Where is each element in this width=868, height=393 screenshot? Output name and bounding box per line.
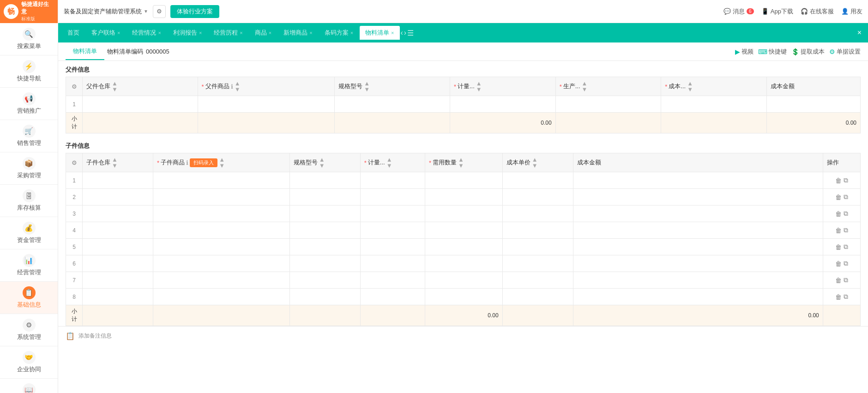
child-product-cell[interactable] <box>153 222 290 239</box>
delete-row-button[interactable]: 🗑 <box>835 210 842 218</box>
child-unit-cell[interactable] <box>360 272 425 289</box>
child-product-cell[interactable] <box>153 255 290 272</box>
child-quantity-cell[interactable] <box>425 189 503 206</box>
parent-warehouse-cell[interactable] <box>83 96 198 113</box>
copy-row-button[interactable]: ⧉ <box>844 260 848 267</box>
sidebar-item-search[interactable]: 🔍 搜索菜单 <box>0 23 58 55</box>
tab-goods[interactable]: 商品 × <box>249 26 277 40</box>
child-product-cell[interactable] <box>153 239 290 255</box>
tab-close-bom[interactable]: × <box>391 30 394 36</box>
copy-row-button[interactable]: ⧉ <box>844 210 848 218</box>
child-unit-cell[interactable] <box>360 189 425 206</box>
child-unit-cost-cell[interactable] <box>502 222 573 239</box>
child-warehouse-cell[interactable] <box>83 289 153 305</box>
sidebar-item-quicknav[interactable]: ⚡ 快捷导航 <box>0 55 58 88</box>
scan-button[interactable]: 扫码录入 <box>190 158 217 167</box>
child-quantity-cell[interactable] <box>425 206 503 222</box>
child-spec-cell[interactable] <box>289 272 360 289</box>
child-unit-cell[interactable] <box>360 222 425 239</box>
child-quantity-cell[interactable] <box>425 289 503 305</box>
child-warehouse-cell[interactable] <box>83 272 153 289</box>
child-unit-cost-cell[interactable] <box>502 189 573 206</box>
copy-row-button[interactable]: ⧉ <box>844 276 848 284</box>
child-spec-cell[interactable] <box>289 239 360 255</box>
parent-col-settings[interactable]: ⚙ <box>66 77 83 96</box>
child-unit-cost-cell[interactable] <box>502 255 573 272</box>
tab-operations[interactable]: 经营情况 × <box>127 26 166 40</box>
child-spec-cell[interactable] <box>289 255 360 272</box>
tab-new-goods[interactable]: 新增商品 × <box>278 26 318 40</box>
child-unit-cost-cell[interactable] <box>502 239 573 255</box>
system-selector[interactable]: 装备及固定资产辅助管理系统 ▼ <box>64 7 148 16</box>
child-unit-cost-cell[interactable] <box>502 172 573 189</box>
child-col-settings[interactable]: ⚙ <box>66 153 83 172</box>
tab-close-goods[interactable]: × <box>269 30 271 36</box>
child-unit-cell[interactable] <box>360 172 425 189</box>
sidebar-item-marketing[interactable]: 📢 营销推广 <box>0 88 58 120</box>
parent-production-cell[interactable] <box>555 96 661 113</box>
child-warehouse-cell[interactable] <box>83 239 153 255</box>
child-warehouse-cell[interactable] <box>83 222 153 239</box>
child-unit-cost-cell[interactable] <box>502 206 573 222</box>
child-warehouse-cell[interactable] <box>83 189 153 206</box>
document-settings-button[interactable]: ⚙ 单据设置 <box>829 48 861 56</box>
delete-row-button[interactable]: 🗑 <box>835 243 842 251</box>
delete-row-button[interactable]: 🗑 <box>835 277 842 284</box>
shortcut-button[interactable]: ⌨ 快捷键 <box>758 48 787 56</box>
extract-cost-button[interactable]: 💲 提取成本 <box>791 48 825 56</box>
child-product-cell[interactable] <box>153 189 290 206</box>
copy-row-button[interactable]: ⧉ <box>844 193 848 201</box>
child-unit-cell[interactable] <box>360 289 425 305</box>
view-video-button[interactable]: ▶ 视频 <box>735 48 753 56</box>
child-spec-cell[interactable] <box>289 189 360 206</box>
parent-cost-cell[interactable] <box>661 96 767 113</box>
tab-close-history[interactable]: × <box>240 30 242 36</box>
copy-row-button[interactable]: ⧉ <box>844 293 848 301</box>
tab-close-profit[interactable]: × <box>199 30 202 36</box>
parent-product-cell[interactable] <box>198 96 335 113</box>
sidebar-item-sales[interactable]: 🛒 销售管理 <box>0 120 58 152</box>
copy-row-button[interactable]: ⧉ <box>844 226 848 234</box>
parent-spec-cell[interactable] <box>335 96 450 113</box>
tab-history[interactable]: 经营历程 × <box>208 26 248 40</box>
sidebar-item-operations[interactable]: 📊 经营管理 <box>0 249 58 282</box>
copy-row-button[interactable]: ⧉ <box>844 176 848 184</box>
child-product-cell[interactable] <box>153 172 290 189</box>
parent-unit-cell[interactable] <box>450 96 555 113</box>
user-menu[interactable]: 👤 用友 <box>841 7 862 16</box>
trial-button[interactable]: 体验行业方案 <box>170 5 219 18</box>
sidebar-item-basic[interactable]: 📋 基础信息 <box>0 282 58 314</box>
child-quantity-cell[interactable] <box>425 272 503 289</box>
messages-button[interactable]: 💬 消息 6 <box>723 7 754 16</box>
sidebar-item-finance[interactable]: 💰 资金管理 <box>0 217 58 249</box>
child-product-cell[interactable] <box>153 206 290 222</box>
delete-row-button[interactable]: 🗑 <box>835 193 842 201</box>
child-spec-cell[interactable] <box>289 289 360 305</box>
child-spec-cell[interactable] <box>289 206 360 222</box>
child-product-cell[interactable] <box>153 272 290 289</box>
child-spec-cell[interactable] <box>289 222 360 239</box>
add-note-text[interactable]: 添加备注信息 <box>78 332 112 340</box>
tab-home[interactable]: 首页 <box>62 26 85 40</box>
sidebar-item-inventory[interactable]: 🗄 库存核算 <box>0 185 58 217</box>
tab-prev-icon[interactable]: ‹ <box>401 29 403 37</box>
child-spec-cell[interactable] <box>289 172 360 189</box>
delete-row-button[interactable]: 🗑 <box>835 260 842 267</box>
child-quantity-cell[interactable] <box>425 172 503 189</box>
sidebar-item-collab[interactable]: 🤝 企业协同 <box>0 346 58 379</box>
child-quantity-cell[interactable] <box>425 239 503 255</box>
delete-row-button[interactable]: 🗑 <box>835 177 842 184</box>
child-warehouse-cell[interactable] <box>83 255 153 272</box>
app-download-button[interactable]: 📱 App下载 <box>761 7 793 16</box>
delete-row-button[interactable]: 🗑 <box>835 227 842 234</box>
child-quantity-cell[interactable] <box>425 222 503 239</box>
tab-menu-icon[interactable]: ☰ <box>407 29 414 37</box>
child-warehouse-cell[interactable] <box>83 206 153 222</box>
child-unit-cost-cell[interactable] <box>502 272 573 289</box>
tab-profit[interactable]: 利润报告 × <box>168 26 207 40</box>
child-unit-cell[interactable] <box>360 239 425 255</box>
delete-row-button[interactable]: 🗑 <box>835 293 842 301</box>
tab-barcode[interactable]: 条码方案 × <box>319 26 359 40</box>
child-product-cell[interactable] <box>153 289 290 305</box>
close-all-tabs[interactable]: × <box>855 28 864 38</box>
